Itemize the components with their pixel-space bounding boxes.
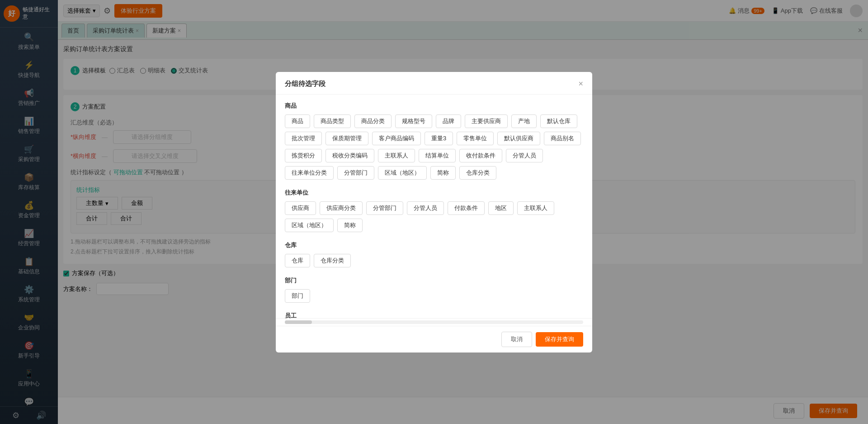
field-group-title-employee: 员工: [285, 312, 583, 318]
field-tag-默认仓库[interactable]: 默认仓库: [540, 114, 577, 128]
field-tags-department: 部门: [285, 289, 583, 303]
field-group-title-partner: 往来单位: [285, 189, 583, 197]
field-tag-商品类型[interactable]: 商品类型: [314, 114, 351, 128]
modal-close-btn[interactable]: ×: [578, 79, 583, 89]
field-tag-部门[interactable]: 部门: [285, 289, 310, 303]
field-group-department: 部门部门: [285, 276, 583, 303]
field-tag-商品[interactable]: 商品: [285, 114, 310, 128]
field-tag-批次管理[interactable]: 批次管理: [285, 132, 322, 145]
field-tag-区域（地区）[interactable]: 区域（地区）: [378, 166, 427, 180]
field-tag-分管部门[interactable]: 分管部门: [366, 201, 403, 215]
field-tag-区域（地区）[interactable]: 区域（地区）: [285, 219, 334, 232]
field-group-product: 商品商品商品类型商品分类规格型号品牌主要供应商产地默认仓库批次管理保质期管理客户…: [285, 102, 583, 180]
field-tag-默认供应商[interactable]: 默认供应商: [497, 132, 540, 145]
field-group-warehouse: 仓库仓库仓库分类: [285, 241, 583, 267]
field-tag-收付款条件[interactable]: 收付款条件: [459, 149, 502, 162]
modal-body: 商品商品商品类型商品分类规格型号品牌主要供应商产地默认仓库批次管理保质期管理客户…: [276, 95, 592, 318]
scrollbar-thumb: [285, 320, 312, 324]
field-tag-产地[interactable]: 产地: [511, 114, 537, 128]
field-tag-供应商分类[interactable]: 供应商分类: [320, 201, 363, 215]
field-tag-分管部门[interactable]: 分管部门: [337, 166, 374, 180]
field-tag-商品别名[interactable]: 商品别名: [544, 132, 581, 145]
field-tag-简称[interactable]: 简称: [430, 166, 456, 180]
field-tag-拣货积分[interactable]: 拣货积分: [285, 149, 322, 162]
field-tags-product: 商品商品类型商品分类规格型号品牌主要供应商产地默认仓库批次管理保质期管理客户商品…: [285, 114, 583, 180]
field-tags-partner: 供应商供应商分类分管部门分管人员付款条件地区主联系人区域（地区）简称: [285, 201, 583, 232]
field-tag-品牌[interactable]: 品牌: [436, 114, 461, 128]
field-group-partner: 往来单位供应商供应商分类分管部门分管人员付款条件地区主联系人区域（地区）简称: [285, 189, 583, 232]
modal-footer: 取消 保存并查询: [276, 326, 592, 353]
field-tag-付款条件[interactable]: 付款条件: [448, 201, 485, 215]
modal-header: 分组待选字段 ×: [276, 72, 592, 95]
field-tag-仓库[interactable]: 仓库: [285, 254, 310, 267]
field-tag-分管人员[interactable]: 分管人员: [506, 149, 543, 162]
field-tag-商品分类[interactable]: 商品分类: [354, 114, 392, 128]
field-tag-简称[interactable]: 简称: [337, 219, 363, 232]
field-group-employee: 员工业务员: [285, 312, 583, 318]
field-tag-规格型号[interactable]: 规格型号: [395, 114, 432, 128]
modal-save-btn[interactable]: 保存并查询: [536, 332, 583, 347]
modal-scrollbar-x: [276, 318, 592, 326]
field-tag-保质期管理[interactable]: 保质期管理: [326, 132, 368, 145]
field-tag-仓库分类[interactable]: 仓库分类: [459, 166, 496, 180]
field-tag-主要供应商[interactable]: 主要供应商: [465, 114, 508, 128]
field-tag-重量3[interactable]: 重量3: [425, 132, 453, 145]
field-tag-主联系人[interactable]: 主联系人: [378, 149, 415, 162]
modal-title: 分组待选字段: [285, 80, 326, 88]
field-tag-零售单位[interactable]: 零售单位: [457, 132, 494, 145]
field-tag-客户商品编码[interactable]: 客户商品编码: [372, 132, 421, 145]
horizontal-scrollbar[interactable]: [285, 320, 583, 324]
field-tag-供应商[interactable]: 供应商: [285, 201, 316, 215]
field-select-modal: 分组待选字段 × 商品商品商品类型商品分类规格型号品牌主要供应商产地默认仓库批次…: [276, 72, 592, 353]
field-tag-往来单位分类[interactable]: 往来单位分类: [285, 166, 334, 180]
field-tag-仓库分类[interactable]: 仓库分类: [314, 254, 351, 267]
field-tag-结算单位[interactable]: 结算单位: [419, 149, 456, 162]
field-group-title-warehouse: 仓库: [285, 241, 583, 249]
modal-cancel-btn[interactable]: 取消: [501, 332, 532, 347]
field-group-title-product: 商品: [285, 102, 583, 110]
field-tag-分管人员[interactable]: 分管人员: [407, 201, 444, 215]
field-tag-地区[interactable]: 地区: [488, 201, 514, 215]
field-tags-warehouse: 仓库仓库分类: [285, 254, 583, 267]
field-group-title-department: 部门: [285, 276, 583, 285]
field-tag-税收分类编码[interactable]: 税收分类编码: [326, 149, 374, 162]
field-tag-主联系人[interactable]: 主联系人: [517, 201, 554, 215]
